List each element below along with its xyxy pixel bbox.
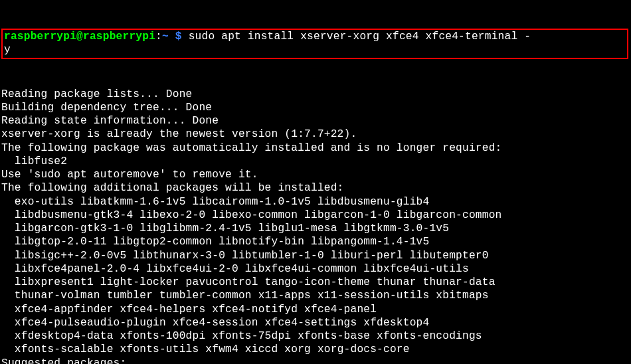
command-highlight-box: raspberrypi@raspberrypi:~ $ sudo apt ins… bbox=[1, 29, 628, 60]
output-line: Reading state information... Done bbox=[1, 114, 628, 128]
terminal-output: Reading package lists... DoneBuilding de… bbox=[1, 88, 628, 365]
prompt-path: ~ bbox=[162, 31, 169, 43]
output-line: xserver-xorg is already the newest versi… bbox=[1, 128, 628, 141]
terminal-window[interactable]: raspberrypi@raspberrypi:~ $ sudo apt ins… bbox=[0, 0, 631, 364]
prompt-user: raspberrypi bbox=[4, 31, 76, 43]
output-line: libgtop-2.0-11 libgtop2-common libnotify… bbox=[1, 235, 628, 248]
output-line: libsigc++-2.0-0v5 libthunarx-3-0 libtumb… bbox=[1, 249, 628, 262]
output-line: libxpresent1 light-locker pavucontrol ta… bbox=[1, 276, 628, 289]
output-line: Building dependency tree... Done bbox=[1, 101, 628, 114]
output-line: The following package was automatically … bbox=[1, 141, 628, 155]
prompt-line: raspberrypi@raspberrypi:~ $ sudo apt ins… bbox=[4, 30, 626, 43]
output-line: Use 'sudo apt autoremove' to remove it. bbox=[1, 168, 628, 181]
output-line: libdbusmenu-gtk3-4 libexo-2-0 libexo-com… bbox=[1, 209, 628, 222]
prompt-at: @ bbox=[76, 31, 83, 43]
output-line: xfonts-scalable xfonts-utils xfwm4 xiccd… bbox=[1, 343, 628, 356]
output-line: Reading package lists... Done bbox=[1, 88, 628, 101]
prompt-dollar: $ bbox=[169, 31, 189, 43]
command-text: sudo apt install xserver-xorg xfce4 xfce… bbox=[189, 31, 531, 43]
output-line: xfdesktop4-data xfonts-100dpi xfonts-75d… bbox=[1, 329, 628, 343]
output-line: libgarcon-gtk3-1-0 libglibmm-2.4-1v5 lib… bbox=[1, 222, 628, 235]
output-line: Suggested packages: bbox=[1, 357, 628, 365]
output-line: exo-utils libatkmm-1.6-1v5 libcairomm-1.… bbox=[1, 195, 628, 209]
output-line: xfce4-appfinder xfce4-helpers xfce4-noti… bbox=[1, 303, 628, 316]
prompt-colon: : bbox=[155, 31, 162, 43]
output-line: The following additional packages will b… bbox=[1, 181, 628, 195]
prompt-host: raspberrypi bbox=[83, 31, 155, 43]
output-line: thunar-volman tumbler tumbler-common x11… bbox=[1, 289, 628, 302]
command-wrap: y bbox=[4, 43, 626, 56]
output-line: libxfce4panel-2.0-4 libxfce4ui-2-0 libxf… bbox=[1, 262, 628, 276]
output-line: libfuse2 bbox=[1, 155, 628, 168]
output-line: xfce4-pulseaudio-plugin xfce4-session xf… bbox=[1, 316, 628, 329]
